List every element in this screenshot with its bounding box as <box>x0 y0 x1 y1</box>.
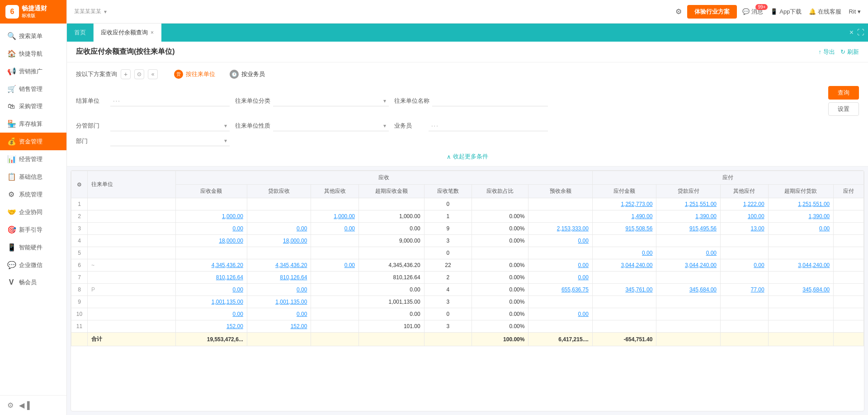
dept-in-charge-input[interactable]: ▾ <box>110 121 230 131</box>
col-settings-header[interactable]: ⚙ <box>71 171 88 198</box>
topbar-chevron-down-icon[interactable]: ▾ <box>104 9 107 15</box>
sidebar-item-guide[interactable]: 🎯 新手引导 <box>0 221 66 239</box>
sidebar-item-quick-nav[interactable]: 🏠 快捷导航 <box>0 45 66 62</box>
data-cell-link[interactable]: 1,001,135.00 <box>212 299 243 305</box>
data-cell-link[interactable]: 1,000.00 <box>222 213 243 219</box>
unit-nature-input[interactable]: ▾ <box>273 121 389 131</box>
data-cell-link[interactable]: 0.00 <box>578 238 589 244</box>
unit-category-input[interactable]: ▾ <box>273 96 389 106</box>
data-cell-link[interactable]: 810,126.64 <box>280 274 307 281</box>
data-cell-link[interactable]: 1,252,773.00 <box>621 201 652 207</box>
sidebar-settings-btn[interactable]: ⚙ <box>7 401 14 410</box>
data-cell-link[interactable]: 345,684.00 <box>689 286 717 293</box>
data-cell-link[interactable]: 0.00 <box>642 250 652 256</box>
data-cell-link[interactable]: 345,684.00 <box>802 286 830 293</box>
topbar-cta-button[interactable]: 体验行业方案 <box>687 5 737 19</box>
settlement-unit-input[interactable]: ··· <box>110 95 230 106</box>
data-cell-link[interactable]: 0.00 <box>297 225 307 232</box>
data-cell-link[interactable]: 1,251,551.00 <box>798 201 830 207</box>
sidebar-item-hardware[interactable]: 📱 智能硬件 <box>0 239 66 256</box>
data-cell-link[interactable]: 13.00 <box>751 225 764 232</box>
data-cell-link[interactable]: 77.00 <box>751 286 764 293</box>
data-cell-link[interactable]: 152.00 <box>291 323 307 329</box>
sidebar-item-marketing[interactable]: 📢 营销推广 <box>0 62 66 80</box>
data-cell-link[interactable]: 4,345,436.20 <box>275 262 307 268</box>
sidebar-collapse-btn[interactable]: ◀▐ <box>19 401 29 410</box>
sidebar-item-enterprise[interactable]: 🤝 企业协同 <box>0 203 66 221</box>
filter-option-by-staff[interactable]: 🕐 按业务员 <box>226 68 269 81</box>
data-cell-link[interactable]: 0.00 <box>344 262 355 268</box>
unit-category-label: 往来单位分类 <box>235 97 270 105</box>
data-cell-link[interactable]: 0.00 <box>232 311 243 317</box>
topbar-message-btn[interactable]: 💬 消息 99+ <box>742 8 763 16</box>
row-receivable-amount: 810,126.64 <box>176 272 247 284</box>
data-cell-link[interactable]: 915,495.56 <box>689 225 717 232</box>
data-cell-link[interactable]: 152.00 <box>226 323 243 329</box>
tab-ar-ap-query[interactable]: 应收应付余额查询 × <box>94 24 161 42</box>
data-cell-link[interactable]: 1,001,135.00 <box>275 299 307 305</box>
data-cell-link[interactable]: 810,126.64 <box>216 274 243 281</box>
data-cell-link[interactable]: 1,222.00 <box>743 201 764 207</box>
filter-add-button[interactable]: + <box>121 69 131 79</box>
filter-option-by-unit[interactable]: 货 按往来单位 <box>170 68 219 81</box>
sidebar-item-member[interactable]: V 畅会员 <box>0 274 66 291</box>
data-cell-link[interactable]: 0.00 <box>297 286 307 293</box>
data-cell-link[interactable]: 0.00 <box>754 262 764 268</box>
dept-input[interactable]: ▾ <box>110 136 230 146</box>
sidebar-item-purchase[interactable]: 🛍 采购管理 <box>0 98 66 115</box>
refresh-button[interactable]: ↻ 刷新 <box>840 48 859 56</box>
finance-icon: 💰 <box>7 137 15 146</box>
unit-name-input[interactable] <box>432 95 548 106</box>
topbar-user[interactable]: Rit ▾ <box>849 8 861 15</box>
data-cell-link[interactable]: 0.00 <box>578 274 589 281</box>
sidebar-item-operations[interactable]: 📊 经营管理 <box>0 150 66 168</box>
data-cell-link[interactable]: 18,000.00 <box>283 238 307 244</box>
data-cell-link[interactable]: 0.00 <box>819 225 830 232</box>
tab-ar-ap-close-icon[interactable]: × <box>151 29 154 36</box>
data-cell-link[interactable]: 1,390.00 <box>809 213 830 219</box>
salesperson-input[interactable]: ··· <box>429 120 548 131</box>
topbar-service-btn[interactable]: 🔔 在线客服 <box>809 8 841 16</box>
data-cell-link[interactable]: 0.00 <box>706 250 717 256</box>
enterprise-icon: 🤝 <box>7 208 15 216</box>
filter-scheme-button[interactable]: ⊙ <box>134 69 144 79</box>
data-cell-link[interactable]: 0.00 <box>232 225 243 232</box>
data-cell-link[interactable]: 915,508.56 <box>625 225 652 232</box>
setting-button[interactable]: 设置 <box>828 102 859 116</box>
data-cell-link[interactable]: 1,490.00 <box>632 213 653 219</box>
data-cell-link[interactable]: 3,044,240.00 <box>621 262 652 268</box>
sidebar-item-finance[interactable]: 💰 资金管理 <box>0 133 66 150</box>
data-cell-link[interactable]: 655,636.75 <box>561 286 589 293</box>
data-cell-link[interactable]: 3,044,240.00 <box>798 262 830 268</box>
data-cell-link[interactable]: 2,153,333.00 <box>557 225 589 232</box>
topbar-app-btn[interactable]: 📱 App下载 <box>770 8 802 16</box>
topbar-gear-icon[interactable]: ⚙ <box>675 7 682 16</box>
tab-home[interactable]: 首页 <box>67 24 94 42</box>
sidebar-item-search-menu[interactable]: 🔍 搜索菜单 <box>0 27 66 45</box>
export-button[interactable]: ↑ 导出 <box>819 48 835 56</box>
data-cell-link[interactable]: 1,000.00 <box>334 213 355 219</box>
query-button[interactable]: 查询 <box>828 86 859 100</box>
filter-collapse-more[interactable]: ∧ 收起更多条件 <box>76 153 859 161</box>
sidebar-item-wechat[interactable]: 💬 企业微信 <box>0 256 66 274</box>
data-cell-link[interactable]: 3,044,240.00 <box>685 262 717 268</box>
sidebar-item-system[interactable]: ⚙ 系统管理 <box>0 186 66 203</box>
tab-close-all-icon[interactable]: × <box>849 29 854 37</box>
sidebar-item-basic-info[interactable]: 📋 基础信息 <box>0 168 66 186</box>
data-cell-link[interactable]: 4,345,436.20 <box>212 262 243 268</box>
tab-fullscreen-icon[interactable]: ⛶ <box>857 29 864 37</box>
data-cell-link[interactable]: 0.00 <box>232 286 243 293</box>
data-cell-link[interactable]: 0.00 <box>578 311 589 317</box>
data-cell-link[interactable]: 1,390.00 <box>695 213 717 219</box>
data-cell-link[interactable]: 345,761.00 <box>625 286 652 293</box>
data-cell-link[interactable]: 0.00 <box>578 262 589 268</box>
filter-collapse-button[interactable]: « <box>148 69 158 79</box>
data-cell-link[interactable]: 0.00 <box>297 311 307 317</box>
data-cell-link[interactable]: 1,251,551.00 <box>685 201 717 207</box>
sidebar-item-inventory[interactable]: 🏪 库存核算 <box>0 115 66 133</box>
data-cell-link[interactable]: 0.00 <box>344 225 355 232</box>
sidebar-item-sales[interactable]: 🛒 销售管理 <box>0 80 66 98</box>
data-cell-link[interactable]: 18,000.00 <box>219 238 243 244</box>
footer-other-payable <box>721 333 769 346</box>
data-cell-link[interactable]: 100.00 <box>748 213 764 219</box>
